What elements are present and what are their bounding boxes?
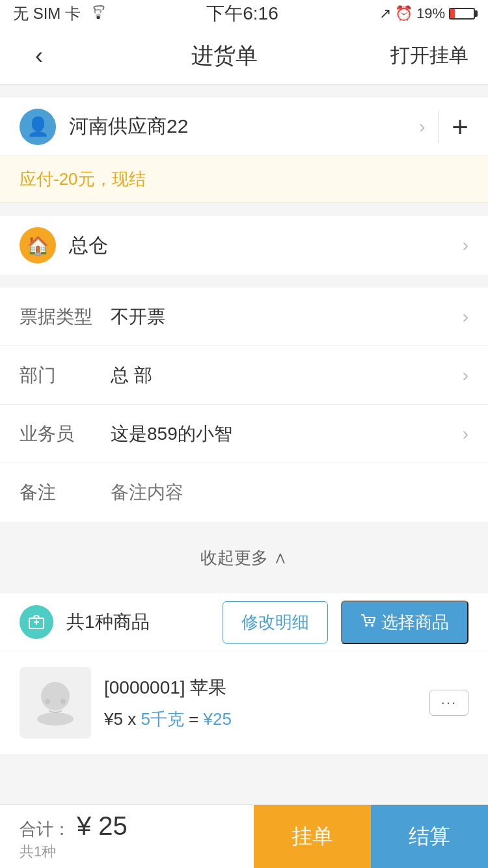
warehouse-section: 🏠 总仓 ›: [0, 216, 488, 275]
warehouse-icon: 🏠: [20, 227, 56, 264]
product-thumbnail: [20, 667, 91, 739]
salesperson-value: 这是859的小智: [111, 422, 456, 446]
total-label: 合计：: [20, 818, 70, 841]
department-row[interactable]: 部门 总 部 ›: [0, 346, 488, 405]
select-product-button[interactable]: 选择商品: [341, 601, 468, 644]
product-unit-price: ¥5: [104, 709, 123, 729]
top-divider: [0, 85, 488, 98]
equals-sign: =: [189, 709, 203, 729]
invoice-type-row[interactable]: 票据类型 不开票 ›: [0, 288, 488, 346]
svg-point-9: [37, 712, 74, 726]
collapse-toggle[interactable]: 收起更多 ∧: [0, 535, 488, 580]
total-row: 合计： ¥ 25: [20, 811, 234, 841]
pending-button[interactable]: 挂单: [254, 805, 371, 868]
product-title: 苹果: [190, 677, 226, 698]
product-section-icon: [20, 605, 53, 639]
department-label: 部门: [20, 363, 111, 388]
remarks-row[interactable]: 备注: [0, 463, 488, 522]
divider-2: [0, 580, 488, 593]
product-total: ¥25: [204, 709, 232, 729]
select-product-label: 选择商品: [381, 611, 449, 634]
total-section: 合计： ¥ 25 共1种: [0, 805, 254, 868]
bottom-bar: 合计： ¥ 25 共1种 挂单 结算: [0, 804, 488, 868]
total-sub: 共1种: [20, 842, 234, 861]
carrier-label: 无 SIM 卡: [13, 3, 81, 24]
remarks-text-input[interactable]: [111, 482, 468, 503]
house-icon: 🏠: [27, 235, 49, 256]
product-header: 共1种商品 修改明细 选择商品: [0, 593, 488, 651]
product-quantity: 5千克: [141, 709, 183, 729]
svg-point-10: [45, 699, 50, 704]
warehouse-row[interactable]: 🏠 总仓 ›: [0, 216, 488, 275]
battery-icon: [449, 8, 475, 20]
invoice-type-label: 票据类型: [20, 305, 111, 329]
svg-point-4: [365, 624, 368, 627]
product-count: 共1种商品: [66, 610, 210, 634]
checkout-button[interactable]: 结算: [371, 805, 488, 868]
supplier-name: 河南供应商22: [69, 113, 413, 140]
product-info: [0000001] 苹果 ¥5 x 5千克 = ¥25: [104, 675, 416, 731]
alarm-icon: ⏰: [395, 5, 413, 22]
product-item: [0000001] 苹果 ¥5 x 5千克 = ¥25 ···: [0, 651, 488, 754]
svg-point-5: [371, 624, 373, 627]
open-pending-button[interactable]: 打开挂单: [390, 42, 468, 69]
salesperson-row[interactable]: 业务员 这是859的小智 ›: [0, 405, 488, 463]
nav-bar: ‹ 进货单 打开挂单: [0, 27, 488, 85]
battery-label: 19%: [416, 5, 445, 22]
salesperson-label: 业务员: [20, 422, 111, 446]
status-bar: 无 SIM 卡 下午6:16 ↗ ⏰ 19%: [0, 0, 488, 27]
page-title: 进货单: [191, 41, 258, 71]
supplier-divider: [438, 111, 439, 143]
times-icon: x: [128, 709, 141, 729]
supplier-row[interactable]: 👤 河南供应商22 › +: [0, 98, 488, 156]
remarks-label: 备注: [20, 480, 111, 505]
supplier-chevron-icon: ›: [419, 116, 425, 137]
department-chevron-icon: ›: [463, 365, 468, 386]
collapse-label: 收起更多 ∧: [200, 547, 287, 569]
invoice-type-chevron-icon: ›: [463, 306, 468, 327]
status-time: 下午6:16: [206, 1, 278, 26]
supplier-section: 👤 河南供应商22 › + 应付-20元，现结: [0, 98, 488, 203]
cart-icon: [360, 612, 376, 632]
form-section: 票据类型 不开票 › 部门 总 部 › 业务员 这是859的小智 › 备注: [0, 288, 488, 522]
edit-details-button[interactable]: 修改明细: [223, 601, 328, 644]
remarks-input[interactable]: [111, 482, 468, 503]
product-price-row: ¥5 x 5千克 = ¥25: [104, 708, 416, 731]
avatar-icon: 👤: [27, 116, 49, 137]
wifi-icon: [86, 5, 105, 23]
notice-banner: 应付-20元，现结: [0, 156, 488, 203]
status-left: 无 SIM 卡: [13, 3, 105, 24]
back-button[interactable]: ‹: [20, 36, 59, 75]
svg-point-11: [61, 699, 66, 704]
supplier-add-button[interactable]: +: [452, 113, 468, 141]
gps-icon: ↗: [379, 5, 391, 22]
svg-point-8: [41, 682, 70, 711]
salesperson-chevron-icon: ›: [463, 424, 468, 444]
status-right: ↗ ⏰ 19%: [379, 5, 475, 22]
product-name: [0000001] 苹果: [104, 675, 416, 700]
warehouse-chevron-icon: ›: [463, 235, 468, 256]
department-value: 总 部: [111, 363, 456, 388]
divider-1: [0, 203, 488, 216]
warehouse-name: 总仓: [69, 232, 456, 259]
product-more-button[interactable]: ···: [429, 690, 468, 716]
supplier-avatar: 👤: [20, 109, 56, 145]
total-amount: ¥ 25: [77, 811, 128, 841]
product-code: [0000001]: [104, 677, 185, 698]
invoice-type-value: 不开票: [111, 305, 456, 329]
